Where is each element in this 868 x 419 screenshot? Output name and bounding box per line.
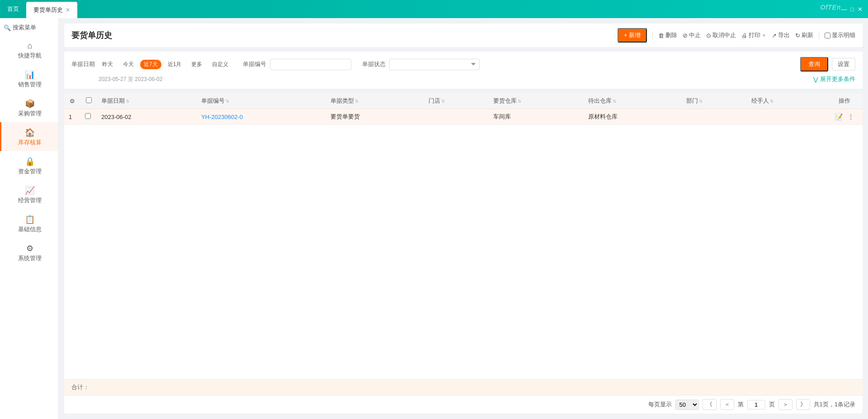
date-filter-label: 单据日期 — [71, 60, 95, 68]
sidebar-item-label: 经营管理 — [18, 196, 42, 205]
filter-status: 单据状态 — [362, 59, 480, 70]
row-pending-warehouse: 原材料仓库 — [584, 109, 682, 125]
date-btn-today[interactable]: 今天 — [119, 60, 137, 69]
table-section: ⚙ 单据日期⇅ 单据编号⇅ 单据类型⇅ 门店⇅ 要货仓库⇅ 待出仓库⇅ 部门⇅ … — [64, 93, 863, 414]
th-type[interactable]: 单据类型⇅ — [326, 93, 424, 109]
th-warehouse[interactable]: 要货仓库⇅ — [489, 93, 584, 109]
print-button[interactable]: 🖨 打印 ▼ — [741, 31, 766, 39]
date-quick-select: 昨天 今天 近7天 近1月 更多 自定义 — [99, 60, 232, 69]
stop-icon: ⊘ — [683, 32, 688, 39]
sidebar: 🔍 搜索菜单 ⌂ 快捷导航 📊 销售管理 📦 采购管理 🏠 库存核算 🔒 资金管… — [0, 18, 59, 419]
tab-bar: 首页 要货单历史 ✕ — [0, 0, 77, 18]
filter-date: 单据日期 昨天 今天 近7天 近1月 更多 自定义 — [71, 60, 232, 69]
date-btn-more[interactable]: 更多 — [188, 60, 206, 69]
sidebar-search[interactable]: 🔍 搜索菜单 — [0, 18, 58, 35]
export-button[interactable]: ↗ 导出 — [772, 31, 790, 39]
window-controls: — □ ✕ — [841, 6, 868, 13]
tab-home[interactable]: 首页 — [0, 0, 26, 18]
stop-button[interactable]: ⊘ 中止 — [683, 31, 701, 39]
sidebar-item-finance[interactable]: 🔒 资金管理 — [0, 151, 58, 180]
sort-icon: ⇅ — [355, 99, 359, 104]
date-btn-7days[interactable]: 近7天 — [140, 60, 161, 69]
date-btn-yesterday[interactable]: 昨天 — [99, 60, 117, 69]
filter-row-1: 单据日期 昨天 今天 近7天 近1月 更多 自定义 单据编号 — [71, 57, 855, 71]
query-button[interactable]: 查询 — [800, 57, 828, 71]
sidebar-item-base[interactable]: 📋 基础信息 — [0, 209, 58, 238]
th-settings[interactable]: ⚙ — [64, 93, 80, 109]
settings-button[interactable]: 设置 — [832, 58, 855, 71]
th-checkbox[interactable] — [80, 93, 97, 109]
th-order-no[interactable]: 单据编号⇅ — [197, 93, 326, 109]
date-btn-custom[interactable]: 自定义 — [208, 60, 232, 69]
new-button[interactable]: + 新增 — [618, 28, 647, 43]
minimize-button[interactable]: — — [841, 6, 847, 13]
sidebar-item-label: 基础信息 — [18, 225, 42, 233]
prev-page-button[interactable]: ＜ — [720, 399, 734, 410]
page-number-input[interactable] — [747, 400, 765, 409]
row-more-icon[interactable]: ⋮ — [846, 112, 856, 121]
sidebar-item-purchase[interactable]: 📦 采购管理 — [0, 93, 58, 122]
th-handler-label: 经手人 — [751, 97, 769, 104]
cancel-stop-button[interactable]: ⊙ 取消中止 — [706, 31, 736, 39]
sidebar-search-label: 搜索菜单 — [13, 24, 36, 32]
row-order-no[interactable]: YH-20230602-0 — [197, 109, 326, 125]
order-no-label: 单据编号 — [243, 60, 266, 68]
next-page-button[interactable]: ＞ — [778, 399, 793, 410]
display-detail-checkbox[interactable] — [825, 33, 830, 38]
th-pending-warehouse[interactable]: 待出仓库⇅ — [584, 93, 682, 109]
expand-more-btn[interactable]: ⋁ 展开更多条件 — [813, 75, 855, 83]
per-page-label: 每页显示 — [648, 400, 672, 409]
th-ops: 操作 — [826, 93, 863, 109]
th-store[interactable]: 门店⇅ — [424, 93, 489, 109]
select-all-checkbox[interactable] — [86, 97, 92, 103]
system-icon: ⚙ — [26, 244, 33, 252]
date-btn-1month[interactable]: 近1月 — [164, 60, 185, 69]
th-handler[interactable]: 经手人⇅ — [747, 93, 826, 109]
finance-icon: 🔒 — [25, 157, 35, 166]
sidebar-item-label: 采购管理 — [18, 110, 42, 118]
export-icon: ↗ — [772, 32, 777, 39]
order-no-link[interactable]: YH-20230602-0 — [201, 114, 243, 120]
status-select[interactable] — [389, 59, 480, 70]
sidebar-item-label: 销售管理 — [18, 81, 42, 89]
sort-icon: ⇅ — [226, 99, 229, 104]
sidebar-item-label: 资金管理 — [18, 167, 42, 176]
sidebar-item-quick-nav[interactable]: ⌂ 快捷导航 — [0, 35, 58, 64]
total-info: 共1页，1条记录 — [814, 400, 855, 409]
sidebar-item-system[interactable]: ⚙ 系统管理 — [0, 238, 58, 267]
search-icon: 🔍 — [4, 24, 11, 31]
sidebar-item-sales[interactable]: 📊 销售管理 — [0, 64, 58, 93]
th-store-label: 门店 — [429, 97, 440, 104]
order-no-input[interactable] — [270, 59, 351, 70]
first-page-button[interactable]: 《 — [703, 399, 717, 410]
delete-button[interactable]: 🗑 删除 — [658, 31, 677, 39]
pagination-bar: 每页显示 50 10 20 100 《 ＜ 第 页 ＞ 》 共1页，1条记录 — [64, 395, 863, 414]
refresh-button[interactable]: ↻ 刷新 — [795, 31, 813, 39]
filter-order-no: 单据编号 — [243, 59, 351, 70]
filter-section: 单据日期 昨天 今天 近7天 近1月 更多 自定义 单据编号 — [64, 52, 863, 89]
divider — [652, 32, 653, 39]
th-dept[interactable]: 部门⇅ — [682, 93, 746, 109]
delete-icon: 🗑 — [658, 32, 664, 39]
status-label: 单据状态 — [362, 60, 386, 68]
per-page-select[interactable]: 50 10 20 100 — [675, 400, 699, 410]
row-edit-icon[interactable]: 📝 — [833, 112, 844, 121]
th-date[interactable]: 单据日期⇅ — [97, 93, 197, 109]
display-detail-button[interactable]: 显示明细 — [825, 31, 855, 39]
row-no: 1 — [64, 109, 80, 125]
sidebar-item-inventory[interactable]: 🏠 库存核算 — [0, 122, 58, 151]
close-button[interactable]: ✕ — [858, 6, 863, 13]
row-checkbox[interactable] — [80, 109, 97, 125]
th-dept-label: 部门 — [686, 97, 698, 104]
sidebar-item-operation[interactable]: 📈 经营管理 — [0, 180, 58, 209]
maximize-button[interactable]: □ — [850, 6, 854, 13]
last-page-button[interactable]: 》 — [796, 399, 810, 410]
row-select-checkbox[interactable] — [85, 113, 91, 119]
page-label: 第 — [738, 400, 744, 409]
tab-order-history[interactable]: 要货单历史 ✕ — [26, 2, 77, 20]
sort-icon: ⇅ — [441, 99, 445, 104]
expand-icon: ⋁ — [813, 76, 818, 83]
sidebar-item-label: 库存核算 — [18, 138, 42, 147]
table-wrapper: ⚙ 单据日期⇅ 单据编号⇅ 单据类型⇅ 门店⇅ 要货仓库⇅ 待出仓库⇅ 部门⇅ … — [64, 93, 863, 379]
tab-close-icon[interactable]: ✕ — [66, 7, 70, 13]
